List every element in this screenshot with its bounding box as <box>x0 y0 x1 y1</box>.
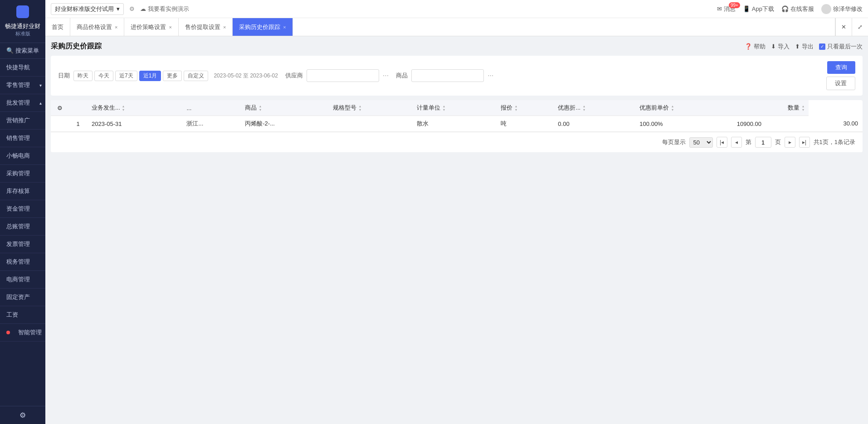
product-selector-label: 好业财标准版交付试用 <box>55 5 114 13</box>
user-profile-button[interactable]: 徐泽华修改 <box>821 4 863 14</box>
tab-purchase-strategy-close[interactable]: × <box>169 24 171 30</box>
product-selector[interactable]: 好业财标准版交付试用 ▾ <box>51 3 124 15</box>
sidebar-item-accounting-label: 总账管理 <box>6 222 30 231</box>
sidebar-item-invoice[interactable]: 发票管理 <box>0 236 45 253</box>
user-name: 徐泽华修改 <box>833 5 863 13</box>
row-num: 1 <box>76 120 79 127</box>
sidebar-item-ecommerce-small[interactable]: 小畅电商 <box>0 147 45 165</box>
tab-purchase-strategy[interactable]: 进价策略设置 × <box>124 18 178 36</box>
next-page-button[interactable]: ▸ <box>785 137 795 148</box>
sidebar-item-smart[interactable]: 智能管理 <box>0 324 45 342</box>
sidebar-item-tax[interactable]: 税务管理 <box>0 253 45 271</box>
sort-icon-date: ▴▾ <box>122 105 124 112</box>
date-btn-1month[interactable]: 近1月 <box>139 71 161 81</box>
chevron-up-icon: ▴ <box>39 101 42 106</box>
tabbar-actions: ✕ ⤢ <box>835 18 868 36</box>
only-last-toggle[interactable]: ✓ 只看最后一次 <box>819 43 863 51</box>
sidebar-item-fixed-assets[interactable]: 固定资产 <box>0 289 45 306</box>
th-date[interactable]: 业务发生... ▴▾ <box>87 100 182 116</box>
prev-page-button[interactable]: ◂ <box>731 137 742 148</box>
sidebar-item-finance[interactable]: 资金管理 <box>0 200 45 218</box>
tab-product-price-close[interactable]: × <box>115 24 117 30</box>
query-button[interactable]: 查询 <box>827 61 855 74</box>
tab-product-price-label: 商品价格设置 <box>77 23 112 31</box>
date-btn-custom[interactable]: 自定义 <box>184 71 208 81</box>
tab-home[interactable]: 首页 <box>45 18 70 36</box>
sidebar-settings[interactable]: ⚙ <box>0 406 45 424</box>
sidebar-item-inventory[interactable]: 库存核算 <box>0 183 45 200</box>
th-quantity-label: 数量 <box>788 104 800 111</box>
product-filter-label: 商品 <box>396 72 408 80</box>
sidebar-item-accounting[interactable]: 总账管理 <box>0 218 45 236</box>
th-original-price[interactable]: 优惠前单价 ▴▾ <box>635 100 732 116</box>
export-button[interactable]: ⬆ 导出 <box>795 43 814 51</box>
page-input[interactable] <box>755 137 771 148</box>
tab-product-price[interactable]: 商品价格设置 × <box>70 18 124 36</box>
tab-purchase-history-close[interactable]: × <box>283 24 286 30</box>
quick-nav-label: 快捷导航 <box>6 63 30 72</box>
date-btn-7days[interactable]: 近7天 <box>115 71 137 81</box>
supplier-input[interactable] <box>307 69 379 82</box>
only-last-checkbox[interactable]: ✓ <box>819 43 825 50</box>
date-btn-today[interactable]: 今天 <box>94 71 113 81</box>
date-btn-more[interactable]: 更多 <box>163 71 182 81</box>
settings-icon[interactable]: ⚙ <box>129 5 135 12</box>
app-name: 畅捷通好业财 <box>4 22 42 30</box>
sidebar-item-sales[interactable]: 销售管理 <box>0 130 45 147</box>
td-spec <box>328 116 412 132</box>
product-dots[interactable]: ··· <box>488 72 493 80</box>
tabbar: 首页 商品价格设置 × 进价策略设置 × 售价提取设置 × 采购历史价跟踪 × … <box>45 18 868 36</box>
messages-badge: 99+ <box>729 2 740 8</box>
messages-button[interactable]: ✉ 消息 99+ <box>717 5 736 13</box>
th-unit-label: 计量单位 <box>417 104 440 111</box>
th-unit[interactable]: 计量单位 ▴▾ <box>412 100 496 116</box>
th-gear[interactable]: ⚙ <box>51 100 69 116</box>
sidebar-item-ecommerce[interactable]: 电商管理 <box>0 271 45 289</box>
import-label: 导入 <box>778 43 790 51</box>
app-download-button[interactable]: 📱 App下载 <box>743 5 774 13</box>
demo-link[interactable]: ☁ 我要看实例演示 <box>140 5 189 13</box>
sidebar-item-retail[interactable]: 零售管理 ▾ <box>0 77 45 94</box>
sidebar-search[interactable]: 🔍 搜索菜单 <box>0 43 45 59</box>
sidebar-quick-nav[interactable]: 快捷导航 <box>0 59 45 77</box>
tab-sale-price[interactable]: 售价提取设置 × <box>179 18 233 36</box>
tab-expand-button[interactable]: ⤢ <box>852 18 868 36</box>
help-button[interactable]: ❓ 帮助 <box>745 43 766 51</box>
setting-button[interactable]: 设置 <box>826 77 855 90</box>
tab-close-all-button[interactable]: ✕ <box>835 18 852 36</box>
row-supplier: 浙江... <box>186 120 203 127</box>
demo-label: 我要看实例演示 <box>148 5 189 13</box>
supplier-dots[interactable]: ··· <box>383 72 389 80</box>
td-date: 2023-05-31 <box>87 116 182 132</box>
per-page-label: 每页显示 <box>662 138 686 146</box>
import-button[interactable]: ⬇ 导入 <box>771 43 790 51</box>
page-title: 采购历史价跟踪 <box>51 42 102 51</box>
sidebar-item-ecommerce-label: 电商管理 <box>6 275 30 284</box>
first-page-button[interactable]: |◂ <box>717 137 727 148</box>
row-quantity: 30.00 <box>843 120 858 127</box>
date-btn-yesterday[interactable]: 昨天 <box>73 71 93 81</box>
td-discount-val: 100.00% <box>635 116 732 132</box>
th-quantity[interactable]: 数量 ▴▾ <box>732 100 809 116</box>
page-header: 采购历史价跟踪 ❓ 帮助 ⬇ 导入 ⬆ 导出 ✓ 只看最后一次 <box>51 42 863 51</box>
sidebar-item-wholesale[interactable]: 批发管理 ▴ <box>0 94 45 112</box>
th-extra[interactable]: ... <box>182 100 240 116</box>
th-discount-label: 优惠折... <box>558 104 580 111</box>
tab-sale-price-close[interactable]: × <box>223 24 226 30</box>
product-input[interactable] <box>411 69 484 82</box>
pagination: 每页显示 50 20 100 |◂ ◂ 第 页 ▸ ▸| 共1页，1条记录 <box>51 132 863 152</box>
per-page-select[interactable]: 50 20 100 <box>689 137 713 148</box>
th-price[interactable]: 报价 ▴▾ <box>496 100 553 116</box>
th-discount[interactable]: 优惠折... ▴▾ <box>553 100 635 116</box>
filter-row: 日期 昨天 今天 近7天 近1月 更多 自定义 2023-05-02 至 202… <box>58 61 855 90</box>
sidebar-item-purchase[interactable]: 采购管理 <box>0 165 45 183</box>
th-product[interactable]: 商品 ▴▾ <box>240 100 328 116</box>
sidebar-item-marketing[interactable]: 营销推广 <box>0 112 45 130</box>
sidebar-item-payroll[interactable]: 工资 <box>0 306 45 324</box>
th-spec[interactable]: 规格型号 ▴▾ <box>328 100 412 116</box>
last-page-button[interactable]: ▸| <box>799 137 810 148</box>
date-range: 2023-05-02 至 2023-06-02 <box>214 72 278 80</box>
question-icon: ❓ <box>745 43 752 50</box>
online-service-button[interactable]: 🎧 在线客服 <box>781 5 814 13</box>
tab-purchase-history[interactable]: 采购历史价跟踪 × <box>233 18 293 36</box>
